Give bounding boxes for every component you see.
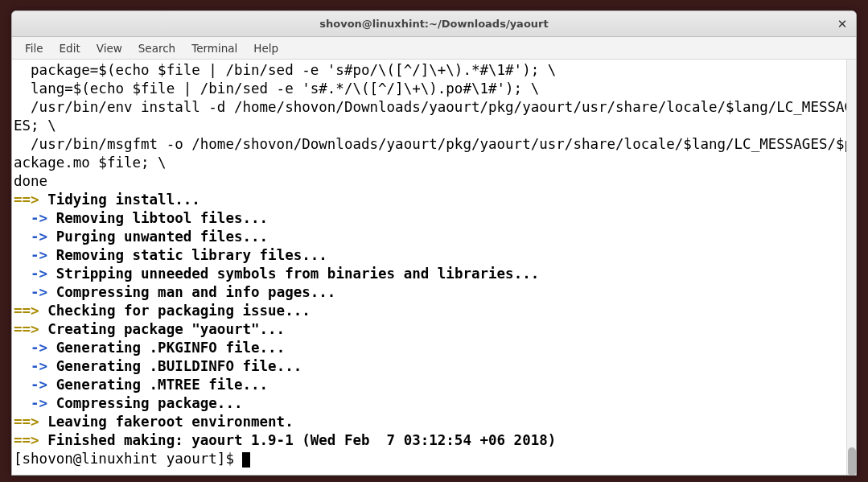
- step-text: Finished making: yaourt 1.9-1 (Wed Feb 7…: [39, 432, 557, 448]
- arrow-sub-icon: ->: [14, 247, 47, 263]
- step-text: Generating .MTREE file...: [47, 377, 268, 393]
- arrow-sub-icon: ->: [14, 284, 47, 300]
- arrow-sub-icon: ->: [14, 358, 47, 374]
- arrow-sub-icon: ->: [14, 266, 47, 282]
- step-text: Creating package "yaourt"...: [39, 321, 286, 337]
- prompt-line: [shovon@linuxhint yaourt]$: [14, 450, 854, 468]
- output-line: package=$(echo $file | /bin/sed -e 's#po…: [14, 61, 854, 80]
- output-line: -> Compressing man and info pages...: [14, 283, 854, 302]
- output-line: -> Generating .MTREE file...: [14, 376, 854, 394]
- arrow-sub-icon: ->: [14, 210, 47, 226]
- step-text: Tidying install...: [39, 192, 200, 208]
- step-text: Purging unwanted files...: [47, 229, 268, 245]
- scrollbar-thumb[interactable]: [848, 447, 856, 476]
- step-text: Generating .PKGINFO file...: [47, 340, 285, 356]
- step-text: Removing libtool files...: [47, 210, 268, 226]
- output-line: ==> Leaving fakeroot environment.: [14, 413, 854, 431]
- window-title: shovon@linuxhint:~/Downloads/yaourt: [319, 18, 548, 30]
- menu-terminal[interactable]: Terminal: [183, 39, 245, 58]
- output-line: done: [14, 172, 854, 191]
- output-line: -> Generating .PKGINFO file...: [14, 339, 854, 357]
- arrow-sub-icon: ->: [14, 340, 47, 356]
- arrow-main-icon: ==>: [14, 192, 39, 208]
- arrow-main-icon: ==>: [14, 321, 39, 337]
- arrow-sub-icon: ->: [14, 377, 47, 393]
- output-line: ==> Checking for packaging issue...: [14, 302, 854, 320]
- arrow-main-icon: ==>: [14, 414, 39, 430]
- output-line: ==> Tidying install...: [14, 191, 854, 209]
- titlebar[interactable]: shovon@linuxhint:~/Downloads/yaourt ✕: [12, 11, 856, 37]
- output-line: -> Removing static library files...: [14, 246, 854, 265]
- arrow-main-icon: ==>: [14, 303, 39, 319]
- output-line: -> Removing libtool files...: [14, 209, 854, 228]
- step-text: Leaving fakeroot environment.: [39, 414, 294, 430]
- menubar: File Edit View Search Terminal Help: [12, 37, 856, 60]
- arrow-sub-icon: ->: [14, 395, 47, 411]
- menu-file[interactable]: File: [17, 39, 51, 58]
- menu-search[interactable]: Search: [130, 39, 183, 58]
- menu-edit[interactable]: Edit: [51, 39, 88, 58]
- output-line: lang=$(echo $file | /bin/sed -e 's#.*/\(…: [14, 80, 854, 98]
- cursor-icon: [242, 452, 250, 468]
- terminal-output[interactable]: package=$(echo $file | /bin/sed -e 's#po…: [12, 60, 856, 475]
- shell-prompt: [shovon@linuxhint yaourt]$: [14, 451, 242, 467]
- arrow-main-icon: ==>: [14, 432, 39, 448]
- output-line: /usr/bin/env install -d /home/shovon/Dow…: [14, 98, 854, 135]
- step-text: Generating .BUILDINFO file...: [47, 358, 302, 374]
- output-line: -> Stripping unneeded symbols from binar…: [14, 265, 854, 283]
- output-line: ==> Finished making: yaourt 1.9-1 (Wed F…: [14, 431, 854, 450]
- output-line: -> Compressing package...: [14, 394, 854, 413]
- menu-view[interactable]: View: [88, 39, 130, 58]
- output-line: /usr/bin/msgfmt -o /home/shovon/Download…: [14, 135, 854, 172]
- terminal-window: shovon@linuxhint:~/Downloads/yaourt ✕ Fi…: [11, 10, 857, 476]
- close-icon[interactable]: ✕: [835, 17, 849, 31]
- step-text: Checking for packaging issue...: [39, 303, 311, 319]
- step-text: Compressing package...: [47, 395, 242, 411]
- scrollbar[interactable]: [846, 60, 856, 476]
- step-text: Removing static library files...: [47, 247, 327, 263]
- menu-help[interactable]: Help: [245, 39, 286, 58]
- arrow-sub-icon: ->: [14, 229, 47, 245]
- output-line: -> Generating .BUILDINFO file...: [14, 357, 854, 376]
- step-text: Compressing man and info pages...: [47, 284, 335, 300]
- output-line: -> Purging unwanted files...: [14, 228, 854, 246]
- step-text: Stripping unneeded symbols from binaries…: [47, 266, 539, 282]
- output-line: ==> Creating package "yaourt"...: [14, 320, 854, 339]
